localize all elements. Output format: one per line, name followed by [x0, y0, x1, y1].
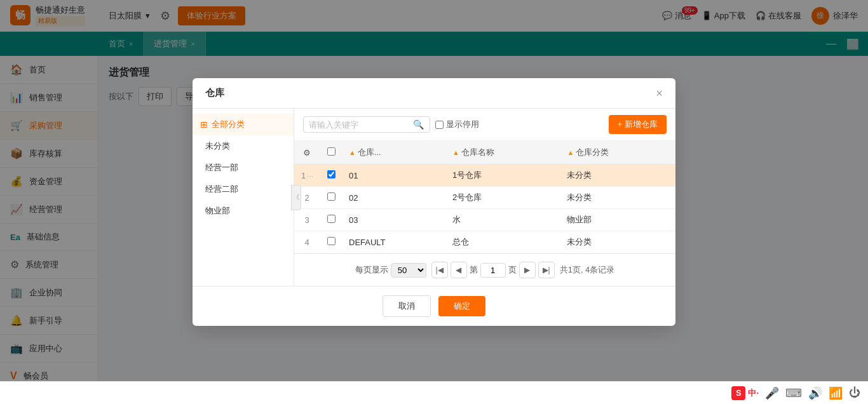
row-name: 1号仓库	[446, 165, 561, 187]
warehouse-modal: 仓库 × ⊞ 全部分类 未分类 经营一部 经营二部	[193, 78, 675, 326]
category-panel: ⊞ 全部分类 未分类 经营一部 经营二部 物业部 《	[193, 109, 294, 286]
all-category-label: 全部分类	[212, 119, 245, 130]
category-item-unclassified-label: 未分类	[205, 141, 230, 151]
page-unit: 页	[508, 264, 517, 276]
page-summary: 共1页, 4条记录	[560, 264, 615, 276]
row-more-btn[interactable]: ···	[306, 171, 313, 180]
row-checkbox[interactable]	[327, 215, 336, 223]
row-name: 2号仓库	[446, 187, 561, 209]
modal-footer: 取消 确定	[193, 286, 675, 326]
bottom-logo-s: S	[731, 386, 745, 400]
table-row[interactable]: 2 02 2号仓库 未分类	[294, 187, 675, 209]
per-page-label: 每页显示	[355, 264, 388, 276]
modal-close-btn[interactable]: ×	[656, 88, 663, 99]
page-prev-btn[interactable]: ◀	[451, 262, 467, 278]
table-row[interactable]: 4 DEFAULT 总仓 未分类	[294, 231, 675, 253]
row-checkbox[interactable]	[327, 192, 336, 201]
page-next-btn[interactable]: ▶	[519, 262, 536, 278]
page-word: 第	[470, 264, 478, 276]
search-input[interactable]	[309, 120, 410, 130]
search-icon[interactable]: 🔍	[413, 119, 424, 130]
modal-body: ⊞ 全部分类 未分类 经营一部 经营二部 物业部 《	[193, 109, 675, 286]
table-row[interactable]: 1··· 01 1号仓库 未分类	[294, 165, 675, 187]
power-icon[interactable]: ⏻	[849, 386, 860, 400]
category-item-unclassified[interactable]: 未分类	[193, 135, 294, 157]
row-category: 未分类	[560, 231, 675, 253]
per-page-dropdown[interactable]: 50 20 100	[391, 263, 426, 278]
row-checkbox[interactable]	[327, 170, 336, 178]
row-code: 03	[342, 209, 446, 231]
bottom-logo: S 中·	[731, 386, 759, 400]
row-num: 1···	[294, 165, 320, 187]
sort-icon-name: ▲	[452, 149, 459, 156]
sort-icon-code: ▲	[349, 149, 356, 156]
page-last-btn[interactable]: ▶|	[538, 262, 555, 278]
page-first-btn[interactable]: |◀	[431, 262, 448, 278]
table-row[interactable]: 3 03 水 物业部	[294, 209, 675, 231]
select-all-checkbox[interactable]	[327, 147, 336, 156]
all-category-item[interactable]: ⊞ 全部分类	[193, 114, 294, 135]
warehouse-table: ⚙ ▲仓库... ▲仓库名称 ▲仓库分类 1··· 01 1号仓库 未分类 2	[294, 141, 675, 253]
modal-title: 仓库	[205, 87, 224, 99]
modal-backdrop: 仓库 × ⊞ 全部分类 未分类 经营一部 经营二部	[0, 0, 868, 404]
show-disabled-checkbox[interactable]	[435, 121, 444, 129]
category-item-property[interactable]: 物业部	[193, 200, 294, 222]
row-num: 4	[294, 231, 320, 253]
row-checkbox-cell	[320, 187, 342, 209]
row-num: 3	[294, 209, 320, 231]
row-checkbox-cell	[320, 209, 342, 231]
bottom-logo-text: 中·	[748, 387, 759, 399]
table-header-row: ⚙ ▲仓库... ▲仓库名称 ▲仓库分类	[294, 141, 675, 165]
page-size-select: 每页显示 50 20 100	[355, 263, 426, 278]
row-category: 物业部	[560, 209, 675, 231]
category-item-ops2[interactable]: 经营二部	[193, 178, 294, 200]
pagination-row: 每页显示 50 20 100 |◀ ◀ 第 页 ▶	[294, 253, 675, 286]
row-checkbox-cell	[320, 231, 342, 253]
page-nav: |◀ ◀ 第 页 ▶ ▶|	[431, 262, 555, 278]
row-category: 未分类	[560, 187, 675, 209]
wifi-icon[interactable]: 📶	[829, 386, 843, 400]
col-category-header: ▲仓库分类	[560, 141, 675, 165]
row-name: 总仓	[446, 231, 561, 253]
collapse-panel-btn[interactable]: 《	[291, 185, 301, 210]
category-item-property-label: 物业部	[205, 206, 230, 215]
search-wrap: 🔍	[303, 116, 430, 133]
row-code: DEFAULT	[342, 231, 446, 253]
data-toolbar: 🔍 显示停用 + 新增仓库	[294, 109, 675, 141]
sort-icon-category: ▲	[567, 149, 574, 156]
mic-icon[interactable]: 🎤	[765, 386, 779, 400]
add-warehouse-btn[interactable]: + 新增仓库	[609, 115, 667, 134]
cancel-btn[interactable]: 取消	[383, 295, 431, 317]
grid-icon: ⊞	[200, 119, 208, 130]
page-number-input[interactable]	[480, 263, 506, 278]
modal-header: 仓库 ×	[193, 78, 675, 109]
row-code: 02	[342, 187, 446, 209]
row-code: 01	[342, 165, 446, 187]
speaker-icon[interactable]: 🔊	[808, 386, 822, 400]
data-panel: 🔍 显示停用 + 新增仓库 ⚙	[294, 109, 675, 286]
row-category: 未分类	[560, 165, 675, 187]
row-checkbox[interactable]	[327, 237, 336, 245]
category-item-ops1-label: 经营一部	[205, 163, 238, 172]
keyboard-icon[interactable]: ⌨	[785, 386, 802, 400]
bottom-bar: S 中· 🎤 ⌨ 🔊 📶 ⏻	[0, 381, 868, 404]
show-disabled-wrap: 显示停用	[435, 119, 479, 130]
category-item-ops2-label: 经营二部	[205, 184, 238, 194]
col-gear-header: ⚙	[294, 141, 320, 165]
category-item-ops1[interactable]: 经营一部	[193, 157, 294, 178]
row-checkbox-cell	[320, 165, 342, 187]
show-disabled-label: 显示停用	[446, 119, 479, 130]
col-cb-header	[320, 141, 342, 165]
col-name-header: ▲仓库名称	[446, 141, 561, 165]
col-code-header: ▲仓库...	[342, 141, 446, 165]
row-name: 水	[446, 209, 561, 231]
confirm-btn[interactable]: 确定	[438, 296, 485, 316]
